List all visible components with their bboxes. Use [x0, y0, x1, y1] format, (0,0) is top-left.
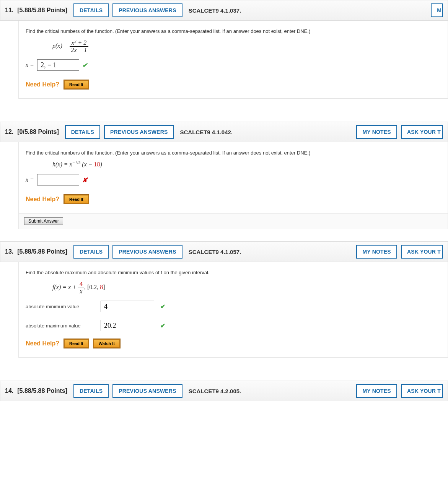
- question-points: [5.88/5.88 Points]: [17, 7, 67, 14]
- details-button[interactable]: DETAILS: [73, 245, 109, 259]
- previous-answers-button[interactable]: PREVIOUS ANSWERS: [112, 245, 182, 259]
- question-header-12: 12. [0/5.88 Points] DETAILS PREVIOUS ANS…: [0, 122, 448, 142]
- correct-icon: ✔: [160, 303, 165, 310]
- need-help-label: Need Help?: [26, 340, 59, 347]
- read-it-button[interactable]: Read It: [64, 339, 89, 348]
- question-body-13: Find the absolute maximum and absolute m…: [18, 262, 448, 358]
- submit-answer-button[interactable]: Submit Answer: [24, 217, 63, 225]
- need-help-label: Need Help?: [26, 196, 59, 203]
- question-points: [5.88/5.88 Points]: [17, 248, 67, 255]
- ask-teacher-button[interactable]: ASK YOUR T: [401, 384, 443, 398]
- need-help-label: Need Help?: [26, 81, 59, 88]
- question-prompt: Find the absolute maximum and absolute m…: [26, 270, 441, 275]
- my-notes-button[interactable]: M: [431, 3, 443, 17]
- question-number: 13.: [5, 248, 13, 255]
- details-button[interactable]: DETAILS: [73, 3, 109, 17]
- question-points: [0/5.88 Points]: [17, 129, 59, 135]
- answer-input[interactable]: [37, 174, 79, 186]
- answer-label: x =: [26, 62, 34, 68]
- question-prompt: Find the critical numbers of the functio…: [26, 150, 441, 156]
- question-formula: h(x) = x−1/3 (x − 18): [52, 161, 441, 168]
- question-code: SCALCET9 4.2.005.: [189, 388, 241, 394]
- question-prompt: Find the critical numbers of the functio…: [26, 28, 441, 34]
- min-value-input[interactable]: [101, 301, 154, 312]
- previous-answers-button[interactable]: PREVIOUS ANSWERS: [104, 125, 174, 139]
- ask-teacher-button[interactable]: ASK YOUR T: [401, 125, 443, 139]
- answer-label: x =: [26, 176, 34, 183]
- answer-input[interactable]: [37, 59, 79, 71]
- question-number: 12.: [5, 129, 13, 135]
- need-help-row: Need Help? Read It: [26, 80, 441, 89]
- need-help-row: Need Help? Read It: [26, 195, 441, 204]
- question-number: 11.: [5, 7, 13, 14]
- max-value-input[interactable]: [101, 320, 154, 331]
- ask-teacher-button[interactable]: ASK YOUR T: [401, 245, 443, 259]
- question-formula: f(x) = x + 4 x , [0.2, 8]: [52, 281, 441, 295]
- question-points: [5.88/5.88 Points]: [17, 387, 67, 394]
- question-code: SCALCET9 4.1.042.: [180, 129, 233, 135]
- submit-bar: Submit Answer: [19, 213, 448, 229]
- previous-answers-button[interactable]: PREVIOUS ANSWERS: [112, 3, 182, 17]
- my-notes-button[interactable]: MY NOTES: [356, 384, 397, 398]
- need-help-row: Need Help? Read It Watch It: [26, 339, 441, 348]
- question-number: 14.: [5, 387, 13, 394]
- details-button[interactable]: DETAILS: [73, 384, 109, 398]
- question-header-13: 13. [5.88/5.88 Points] DETAILS PREVIOUS …: [0, 241, 448, 262]
- question-body-12: Find the critical numbers of the functio…: [18, 142, 448, 229]
- correct-icon: ✔: [160, 322, 165, 329]
- question-header-11: 11. [5.88/5.88 Points] DETAILS PREVIOUS …: [0, 0, 448, 21]
- question-formula: p(x) = x2 + 2 2x − 1: [52, 39, 441, 53]
- question-code: SCALCET9 4.1.037.: [189, 7, 241, 14]
- incorrect-icon: ✘: [82, 176, 87, 184]
- question-body-11: Find the critical numbers of the functio…: [18, 21, 448, 99]
- question-header-14: 14. [5.88/5.88 Points] DETAILS PREVIOUS …: [0, 381, 448, 401]
- details-button[interactable]: DETAILS: [65, 125, 100, 139]
- my-notes-button[interactable]: MY NOTES: [356, 245, 397, 259]
- correct-icon: ✔: [82, 62, 87, 69]
- watch-it-button[interactable]: Watch It: [93, 339, 120, 348]
- question-code: SCALCET9 4.1.057.: [189, 249, 241, 255]
- min-value-label: absolute minimum value: [26, 304, 94, 309]
- my-notes-button[interactable]: MY NOTES: [356, 125, 397, 139]
- previous-answers-button[interactable]: PREVIOUS ANSWERS: [112, 384, 182, 398]
- read-it-button[interactable]: Read It: [64, 80, 89, 89]
- max-value-label: absolute maximum value: [26, 323, 94, 329]
- read-it-button[interactable]: Read It: [64, 195, 89, 204]
